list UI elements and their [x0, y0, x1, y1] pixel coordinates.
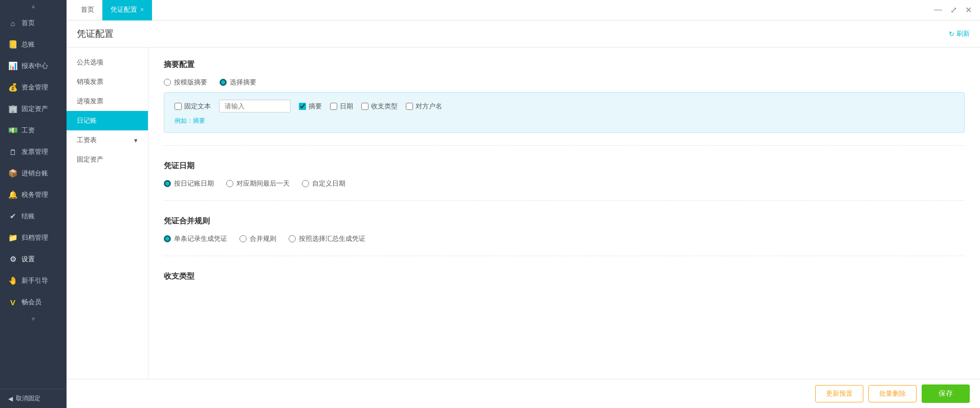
footer: 更新预置 批量删除 保存: [67, 379, 980, 408]
summary-radio-select[interactable]: 选择摘要: [220, 78, 256, 87]
guide-icon: 🤚: [8, 276, 17, 285]
checkbox-income-type[interactable]: 收支类型: [361, 102, 398, 111]
summary-section-title: 摘要配置: [164, 60, 965, 70]
summary-section: 摘要配置 按模版摘要 选择摘要: [164, 60, 965, 146]
pin-icon: ◀: [8, 395, 13, 402]
archive-icon: 📁: [8, 233, 17, 242]
checkbox-counterparty[interactable]: 对方户名: [406, 102, 442, 111]
sidebar-item-settle[interactable]: ✔ 结账: [0, 206, 67, 227]
main-area: 首页 凭证配置 × — ⤢ ✕ 凭证配置 ↻ 刷新 公共选项: [67, 0, 980, 408]
summary-options-row: 固定文本 摘要 日期: [175, 100, 954, 112]
page-title: 凭证配置: [77, 28, 114, 40]
sidebar-item-guide[interactable]: 🤚 新手引导: [0, 270, 67, 291]
update-preview-button[interactable]: 更新预置: [815, 385, 863, 402]
nav-item-sales[interactable]: 销项发票: [67, 72, 148, 92]
stock-icon: 📦: [8, 169, 17, 178]
refresh-button[interactable]: ↻ 刷新: [949, 29, 970, 38]
right-content: 摘要配置 按模版摘要 选择摘要: [148, 48, 980, 379]
income-section: 收支类型: [164, 271, 965, 302]
sidebar: ▲ ⌂ 首页 📒 总账 📊 报表中心 💰 资金管理 🏢 固定资产 💵 工资 🗒 …: [0, 0, 67, 408]
ledger-icon: 📒: [8, 40, 17, 49]
sidebar-item-ledger[interactable]: 📒 总账: [0, 34, 67, 55]
sidebar-item-invoice[interactable]: 🗒 发票管理: [0, 141, 67, 163]
nav-item-payroll[interactable]: 工资表 ▾: [67, 130, 148, 150]
settle-icon: ✔: [8, 212, 17, 221]
checkbox-summary[interactable]: 摘要: [299, 102, 322, 111]
page-header: 凭证配置 ↻ 刷新: [67, 20, 980, 48]
sidebar-item-member[interactable]: V 畅会员: [0, 291, 67, 313]
date-section: 凭证日期 按日记账日期 对应期间最后一天 自定义日期: [164, 161, 965, 201]
tab-home[interactable]: 首页: [73, 0, 102, 20]
left-nav: 公共选项 销项发票 进项发票 日记账 工资表 ▾ 固定资产: [67, 48, 148, 379]
tax-icon: 🔔: [8, 190, 17, 199]
payroll-chevron-icon: ▾: [134, 137, 138, 144]
sidebar-item-fund[interactable]: 💰 资金管理: [0, 77, 67, 98]
sidebar-item-salary[interactable]: 💵 工资: [0, 120, 67, 141]
salary-icon: 💵: [8, 126, 17, 135]
batch-delete-button[interactable]: 批量删除: [868, 385, 917, 402]
tab-bar: 首页 凭证配置 × — ⤢ ✕: [67, 0, 980, 20]
member-icon: V: [8, 298, 17, 307]
merge-radio-merge[interactable]: 合并规则: [239, 234, 276, 243]
sidebar-scroll-up[interactable]: ▲: [0, 0, 67, 12]
merge-section-title: 凭证合并规则: [164, 216, 965, 226]
maximize-icon[interactable]: ⤢: [948, 3, 959, 17]
minimize-icon[interactable]: —: [932, 3, 944, 17]
nav-item-fixed-asset[interactable]: 固定资产: [67, 150, 148, 169]
save-button[interactable]: 保存: [922, 384, 970, 403]
merge-radio-select-merge[interactable]: 按照选择汇总生成凭证: [289, 234, 365, 243]
date-radio-custom[interactable]: 自定义日期: [302, 179, 345, 188]
merge-radio-single[interactable]: 单条记录生成凭证: [164, 234, 227, 243]
tab-close-button[interactable]: ×: [140, 6, 144, 13]
checkbox-fixed-text[interactable]: 固定文本: [175, 102, 211, 111]
summary-radio-group: 按模版摘要 选择摘要: [164, 78, 965, 87]
refresh-icon: ↻: [949, 30, 954, 38]
sidebar-item-home[interactable]: ⌂ 首页: [0, 12, 67, 34]
sidebar-item-report[interactable]: 📊 报表中心: [0, 55, 67, 77]
fund-icon: 💰: [8, 83, 17, 92]
nav-item-purchase[interactable]: 进项发票: [67, 92, 148, 111]
sidebar-item-settings[interactable]: ⚙ 设置: [0, 248, 67, 270]
fixed-text-input[interactable]: [219, 100, 291, 112]
window-close-icon[interactable]: ✕: [963, 3, 974, 17]
asset-icon: 🏢: [8, 104, 17, 114]
sidebar-item-archive[interactable]: 📁 归档管理: [0, 227, 67, 248]
settings-icon: ⚙: [8, 255, 17, 264]
content-layout: 公共选项 销项发票 进项发票 日记账 工资表 ▾ 固定资产: [67, 48, 980, 379]
summary-config-box: 固定文本 摘要 日期: [164, 92, 965, 133]
sidebar-scroll-down[interactable]: ▼: [0, 313, 67, 325]
invoice-icon: 🗒: [8, 148, 17, 156]
home-icon: ⌂: [8, 19, 17, 28]
sidebar-item-tax[interactable]: 🔔 税务管理: [0, 184, 67, 206]
tab-config[interactable]: 凭证配置 ×: [102, 0, 152, 20]
summary-radio-template[interactable]: 按模版摘要: [164, 78, 207, 87]
date-radio-journal[interactable]: 按日记账日期: [164, 179, 214, 188]
checkbox-date[interactable]: 日期: [330, 102, 353, 111]
summary-example: 例如：摘要: [175, 117, 954, 125]
tab-bar-actions: — ⤢ ✕: [932, 3, 974, 17]
nav-item-public[interactable]: 公共选项: [67, 53, 148, 72]
page-container: 凭证配置 ↻ 刷新 公共选项 销项发票 进项发票 日记账: [67, 20, 980, 408]
merge-section: 凭证合并规则 单条记录生成凭证 合并规则 按照选择汇总生成凭证: [164, 216, 965, 256]
sidebar-item-stock[interactable]: 📦 进销台账: [0, 163, 67, 184]
date-section-title: 凭证日期: [164, 161, 965, 171]
sidebar-item-asset[interactable]: 🏢 固定资产: [0, 98, 67, 120]
date-radio-last-day[interactable]: 对应期间最后一天: [226, 179, 290, 188]
income-section-title: 收支类型: [164, 271, 965, 281]
cancel-pin-button[interactable]: ◀ 取消固定: [0, 389, 67, 408]
merge-radio-group: 单条记录生成凭证 合并规则 按照选择汇总生成凭证: [164, 234, 965, 243]
nav-item-journal[interactable]: 日记账: [67, 111, 148, 130]
report-icon: 📊: [8, 61, 17, 71]
date-radio-group: 按日记账日期 对应期间最后一天 自定义日期: [164, 179, 965, 188]
